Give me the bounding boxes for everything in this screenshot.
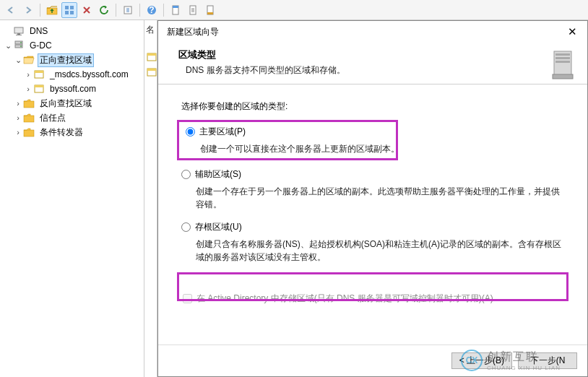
folder-up-icon[interactable]	[44, 2, 60, 18]
separator	[116, 4, 116, 17]
tree-root[interactable]: DNS	[1, 24, 142, 38]
svg-rect-9	[173, 6, 178, 8]
checkbox-label: 在 Active Directory 中存储区域(只有 DNS 服务器是可写域控…	[196, 292, 493, 305]
radio-desc: 创建一个可以直接在这个服务器上更新的区域副本。	[200, 142, 560, 155]
svg-rect-32	[555, 53, 570, 56]
svg-rect-34	[555, 61, 570, 63]
watermark-sub: CHUANG XIN HU LIAN	[487, 365, 561, 371]
separator	[139, 4, 140, 17]
delete-icon[interactable]	[79, 2, 95, 18]
toolbar: ?	[0, 0, 588, 20]
radio-primary-zone: 主要区域(P) 创建一个可以直接在这个服务器上更新的区域副本。	[181, 123, 564, 158]
collapse-icon[interactable]: ⌄	[3, 41, 13, 51]
zone-type-radio-group: 主要区域(P) 创建一个可以直接在这个服务器上更新的区域副本。 辅助区域(S) …	[181, 123, 564, 264]
folder-icon	[23, 98, 35, 109]
svg-rect-24	[24, 101, 34, 108]
svg-rect-4	[70, 11, 74, 14]
radio-label[interactable]: 辅助区域(S)	[195, 168, 241, 181]
server-icon	[13, 40, 25, 51]
svg-rect-35	[553, 74, 573, 79]
svg-rect-14	[17, 33, 20, 35]
server-image-icon	[551, 47, 574, 80]
tree-server[interactable]: ⌄ G-DC	[1, 38, 142, 53]
svg-rect-25	[24, 116, 34, 122]
svg-rect-28	[147, 53, 156, 56]
svg-rect-21	[35, 71, 43, 73]
zone-icon[interactable]	[146, 67, 155, 79]
expand-icon[interactable]: ›	[13, 128, 23, 136]
expand-icon[interactable]: ›	[23, 84, 33, 93]
radio-desc: 创建只含有名称服务器(NS)、起始授权机构(SOA)和粘连主机(A)记录的区域的…	[196, 238, 564, 264]
svg-rect-13	[14, 27, 23, 33]
svg-rect-2	[70, 6, 74, 9]
svg-rect-15	[16, 35, 22, 35]
tree-fwd-zone[interactable]: ⌄ 正向查找区域	[1, 53, 142, 67]
tree-pane: DNS ⌄ G-DC ⌄ 正向查找区域 › _msdcs.byssoft.com…	[0, 20, 144, 377]
new-zone-wizard-dialog: 新建区域向导 ✕ 区域类型 DNS 服务器支持不同类型的区域和存储。 选择你要创…	[157, 20, 588, 377]
folder-icon	[23, 112, 35, 124]
tree-label: 条件转发器	[38, 126, 85, 139]
export-icon[interactable]	[120, 2, 136, 18]
dialog-body: 选择你要创建的区域的类型: 主要区域(P) 创建一个可以直接在这个服务器上更新的…	[158, 84, 587, 344]
forward-icon[interactable]	[20, 2, 36, 18]
dns-icon	[13, 25, 25, 37]
tree-zone-item[interactable]: › _msdcs.byssoft.com	[1, 67, 142, 82]
help-icon[interactable]: ?	[144, 2, 160, 18]
watermark-brand: 创新互联	[487, 350, 561, 365]
radio-secondary-zone: 辅助区域(S) 创建一个存在于另一个服务器上的区域的副本。此选项帮助主服务器平衡…	[181, 168, 564, 211]
radio-secondary[interactable]	[181, 170, 191, 179]
watermark-logo-icon: CX	[461, 350, 483, 371]
svg-point-19	[20, 46, 22, 47]
radio-label[interactable]: 主要区域(P)	[199, 126, 246, 138]
ad-store-checkbox[interactable]	[183, 294, 192, 303]
header-title: 区域类型	[178, 48, 574, 61]
close-icon[interactable]: ✕	[563, 24, 581, 40]
watermark: CX 创新互联 CHUANG XIN HU LIAN	[461, 348, 584, 373]
expand-icon[interactable]: ›	[13, 99, 23, 108]
expand-icon[interactable]: ›	[13, 113, 23, 122]
back-icon[interactable]	[3, 2, 19, 18]
folder-open-icon	[23, 54, 35, 66]
svg-rect-3	[65, 11, 69, 14]
zone-icon	[33, 83, 45, 95]
svg-rect-23	[35, 85, 43, 87]
radio-stub[interactable]	[181, 222, 191, 232]
grid-icon[interactable]	[61, 2, 77, 18]
svg-text:?: ?	[149, 5, 154, 15]
col-label: 名	[146, 24, 155, 36]
folder-icon	[23, 126, 35, 138]
tree-trust[interactable]: › 信任点	[1, 110, 142, 125]
svg-rect-33	[555, 57, 570, 59]
dialog-title: 新建区域向导	[167, 26, 219, 38]
tree-label: byssoft.com	[48, 84, 98, 94]
tree-cond-fwd[interactable]: › 条件转发器	[1, 125, 142, 139]
zone-icon	[33, 69, 45, 80]
collapse-icon[interactable]: ⌄	[13, 56, 23, 65]
radio-label[interactable]: 存根区域(U)	[195, 221, 242, 233]
radio-stub-zone: 存根区域(U) 创建只含有名称服务器(NS)、起始授权机构(SOA)和粘连主机(…	[181, 221, 564, 264]
list-column-header: 名	[144, 20, 157, 377]
dialog-header: 区域类型 DNS 服务器支持不同类型的区域和存储。	[158, 43, 587, 84]
tree-label: _msdcs.byssoft.com	[48, 69, 131, 79]
expand-icon[interactable]: ›	[23, 70, 33, 79]
svg-rect-12	[207, 12, 213, 14]
separator	[40, 4, 40, 17]
doc2-icon[interactable]	[185, 2, 201, 18]
radio-desc: 创建一个存在于另一个服务器上的区域的副本。此选项帮助主服务器平衡处理的工作量，并…	[196, 185, 564, 211]
svg-point-18	[20, 42, 22, 43]
tree-label: DNS	[27, 26, 50, 36]
ad-store-checkbox-row: 在 Active Directory 中存储区域(只有 DNS 服务器是可写域控…	[183, 292, 560, 305]
zone-icon[interactable]	[146, 52, 155, 64]
refresh-icon[interactable]	[96, 2, 112, 18]
tree-zone-item[interactable]: › byssoft.com	[1, 82, 142, 96]
tree-label: G-DC	[27, 40, 54, 51]
doc3-icon[interactable]	[202, 2, 218, 18]
separator	[163, 4, 164, 17]
radio-primary[interactable]	[186, 127, 195, 136]
doc1-icon[interactable]	[168, 2, 183, 18]
tree-label: 信任点	[38, 112, 68, 124]
dialog-titlebar: 新建区域向导 ✕	[158, 21, 587, 43]
svg-rect-26	[24, 130, 34, 136]
tree-rev-zone[interactable]: › 反向查找区域	[1, 96, 142, 110]
svg-rect-30	[147, 69, 156, 71]
